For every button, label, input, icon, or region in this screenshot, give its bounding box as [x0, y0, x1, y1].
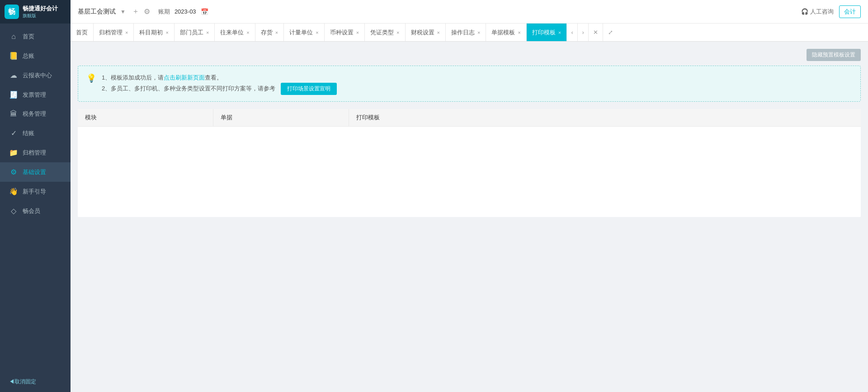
print-scene-explain-button[interactable]: 打印场景设置宣明: [281, 83, 337, 95]
info-line1-suffix: 查看。: [205, 74, 222, 81]
topbar: 基层工会测试 ▼ ＋ ⚙ 账期 2023-03 📅 🎧 人工咨询 会计: [71, 0, 868, 24]
period-label: 账期: [158, 8, 170, 16]
refresh-link[interactable]: 点击刷新新页面: [164, 74, 205, 81]
tab-close-icon[interactable]: ×: [558, 30, 561, 35]
tab-label: 凭证类型: [370, 28, 394, 37]
tab-币种设置[interactable]: 币种设置 ×: [325, 24, 365, 42]
sidebar-item-ledger[interactable]: 📒总账: [0, 46, 71, 66]
info-line-2: 2、多员工、多打印机、多种业务类型设置不同打印方案等，请参考 打印场景设置宣明: [102, 83, 852, 95]
sidebar-item-label-guide: 新手引导: [23, 188, 46, 196]
sidebar-item-closing[interactable]: ✓结账: [0, 123, 71, 143]
info-line-1: 1、模板添加成功后，请点击刷新新页面查看。: [102, 72, 852, 83]
tab-计量单位[interactable]: 计量单位 ×: [284, 24, 324, 42]
tab-归档管理[interactable]: 归档管理 ×: [94, 24, 134, 42]
customer-service-button[interactable]: 🎧 人工咨询: [801, 8, 834, 16]
info-line2-prefix: 2、多员工、多打印机、多种业务类型设置不同打印方案等，请参考: [102, 85, 275, 92]
tab-close-icon[interactable]: ×: [125, 30, 128, 35]
calendar-icon[interactable]: 📅: [201, 8, 208, 15]
tab-close-all-button[interactable]: ✕: [589, 24, 603, 42]
tab-close-icon[interactable]: ×: [206, 30, 209, 35]
tab-单据模板[interactable]: 单据模板 ×: [486, 24, 526, 42]
tab-label: 存货: [261, 28, 273, 37]
sidebar-item-label-home: 首页: [23, 33, 34, 41]
sidebar-item-archive[interactable]: 📁归档管理: [0, 143, 71, 162]
tab-部门员工[interactable]: 部门员工 ×: [175, 24, 215, 42]
guide-icon: 👋: [9, 187, 18, 196]
main-content: 基层工会测试 ▼ ＋ ⚙ 账期 2023-03 📅 🎧 人工咨询 会计 首页归档…: [71, 0, 868, 392]
logo-title: 畅捷通好会计: [23, 5, 58, 13]
sidebar-item-label-ledger: 总账: [23, 52, 34, 60]
logo-text: 畅捷通好会计 旗舰版: [23, 5, 58, 19]
tab-close-icon[interactable]: ×: [246, 30, 249, 35]
sidebar-logo: 畅 畅捷通好会计 旗舰版: [0, 0, 71, 24]
tab-close-icon[interactable]: ×: [518, 30, 520, 35]
tab-expand-button[interactable]: ⤢: [603, 24, 618, 42]
tab-label: 单据模板: [491, 28, 515, 37]
content-area: 隐藏预置模板设置 💡 1、模板添加成功后，请点击刷新新页面查看。 2、多员工、多…: [71, 42, 868, 392]
unpin-button[interactable]: ◀取消固定: [0, 372, 71, 392]
sidebar-item-label-tax: 税务管理: [23, 110, 46, 118]
add-tab-button[interactable]: ＋: [132, 7, 139, 16]
tab-close-icon[interactable]: ×: [275, 30, 278, 35]
info-line1-prefix: 1、模板添加成功后，请: [102, 74, 164, 81]
table-header: 模块 单据 打印模板: [78, 109, 861, 127]
tab-科目期初[interactable]: 科目期初 ×: [134, 24, 174, 42]
headset-icon: 🎧: [801, 8, 808, 15]
tab-close-icon[interactable]: ×: [165, 30, 168, 35]
tab-label: 币种设置: [330, 28, 354, 37]
sidebar-item-tax[interactable]: 🏛税务管理: [0, 104, 71, 123]
sidebar: 畅 畅捷通好会计 旗舰版 ⌂首页📒总账☁云报表中心🧾发票管理🏛税务管理✓结账📁归…: [0, 0, 71, 392]
tax-icon: 🏛: [9, 110, 18, 118]
sidebar-item-label-closing: 结账: [23, 129, 34, 137]
hide-preset-template-button[interactable]: 隐藏预置模板设置: [807, 49, 861, 61]
sidebar-item-home[interactable]: ⌂首页: [0, 27, 71, 46]
tab-close-icon[interactable]: ×: [316, 30, 318, 35]
tab-close-icon[interactable]: ×: [437, 30, 440, 35]
tab-label: 往来单位: [220, 28, 244, 37]
basic-icon: ⚙: [9, 168, 18, 176]
tab-财税设置[interactable]: 财税设置 ×: [406, 24, 446, 42]
ledger-icon: 📒: [9, 52, 18, 60]
tab-label: 首页: [76, 28, 88, 37]
hide-template-toolbar: 隐藏预置模板设置: [78, 49, 861, 61]
tab-操作日志[interactable]: 操作日志 ×: [446, 24, 486, 42]
sidebar-item-label-basic: 基础设置: [23, 168, 46, 176]
tab-label: 计量单位: [289, 28, 313, 37]
tab-close-icon[interactable]: ×: [396, 30, 399, 35]
bulb-icon: 💡: [86, 73, 96, 83]
sidebar-item-basic[interactable]: ⚙基础设置: [0, 162, 71, 182]
tab-凭证类型[interactable]: 凭证类型 ×: [365, 24, 405, 42]
tab-next-button[interactable]: ›: [578, 24, 589, 42]
tabbar: 首页归档管理 ×科目期初 ×部门员工 ×往来单位 ×存货 ×计量单位 ×币种设置…: [71, 24, 868, 42]
sidebar-item-label-archive: 归档管理: [23, 149, 46, 157]
closing-icon: ✓: [9, 129, 18, 137]
sidebar-item-invoice[interactable]: 🧾发票管理: [0, 85, 71, 104]
kuaiji-button[interactable]: 会计: [839, 5, 861, 18]
tab-往来单位[interactable]: 往来单位 ×: [215, 24, 255, 42]
tab-prev-button[interactable]: ‹: [567, 24, 578, 42]
tab-label: 归档管理: [99, 28, 123, 37]
tab-close-icon[interactable]: ×: [356, 30, 359, 35]
tab-close-icon[interactable]: ×: [477, 30, 480, 35]
tab-存货[interactable]: 存货 ×: [255, 24, 284, 42]
sidebar-item-label-member: 畅会员: [23, 207, 40, 215]
tab-label: 操作日志: [451, 28, 475, 37]
reports-icon: ☁: [9, 71, 18, 80]
sidebar-item-member[interactable]: ◇畅会员: [0, 201, 71, 221]
settings-icon[interactable]: ⚙: [144, 7, 150, 16]
company-dropdown-icon[interactable]: ▼: [120, 9, 126, 15]
tab-首页[interactable]: 首页: [71, 24, 94, 42]
tab-打印模板[interactable]: 打印模板 ×: [527, 24, 567, 42]
sidebar-item-guide[interactable]: 👋新手引导: [0, 182, 71, 201]
company-name: 基层工会测试: [78, 8, 116, 16]
sidebar-nav: ⌂首页📒总账☁云报表中心🧾发票管理🏛税务管理✓结账📁归档管理⚙基础设置👋新手引导…: [0, 24, 71, 372]
tab-label: 科目期初: [139, 28, 163, 37]
tab-label: 部门员工: [180, 28, 203, 37]
sidebar-item-reports[interactable]: ☁云报表中心: [0, 66, 71, 85]
sidebar-item-label-invoice: 发票管理: [23, 91, 46, 99]
logo-sub: 旗舰版: [23, 13, 58, 19]
topbar-right: 🎧 人工咨询 会计: [801, 5, 861, 18]
sidebar-item-label-reports: 云报表中心: [23, 71, 52, 80]
info-box: 💡 1、模板添加成功后，请点击刷新新页面查看。 2、多员工、多打印机、多种业务类…: [78, 66, 861, 102]
tab-label: 财税设置: [411, 28, 434, 37]
